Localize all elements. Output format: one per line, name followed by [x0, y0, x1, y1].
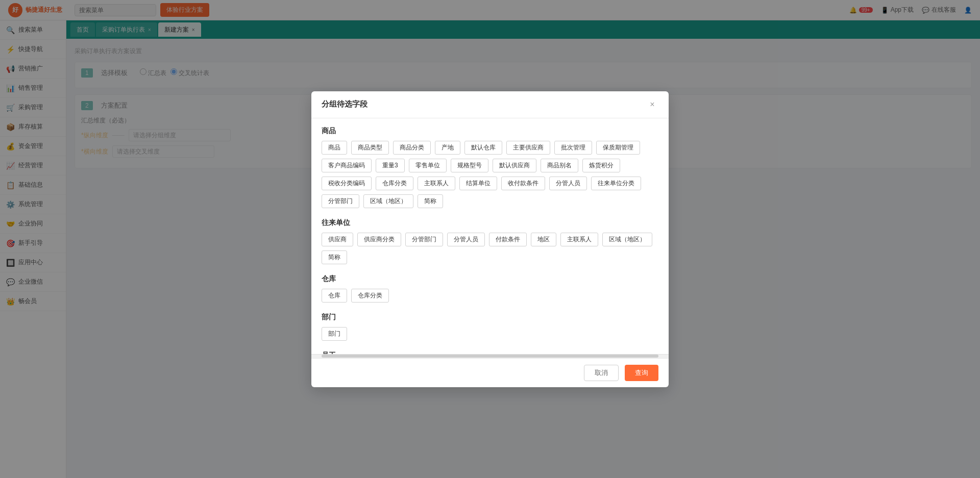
field-area[interactable]: 地区 — [531, 233, 556, 246]
section-department-title: 部门 — [322, 313, 658, 322]
field-tax-code[interactable]: 税收分类编码 — [322, 177, 372, 190]
field-wh-category[interactable]: 仓库分类 — [351, 289, 389, 303]
field-main-supplier[interactable]: 主要供应商 — [506, 141, 550, 155]
section-warehouse-title: 仓库 — [322, 274, 658, 284]
field-supplier[interactable]: 供应商 — [322, 233, 353, 246]
modal-title: 分组待选字段 — [322, 99, 368, 109]
field-default-supplier[interactable]: 默认供应商 — [493, 159, 536, 172]
field-short-name[interactable]: 简称 — [418, 194, 443, 208]
section-warehouse: 仓库 仓库 仓库分类 — [322, 274, 658, 303]
field-goods-alias[interactable]: 商品别名 — [541, 159, 578, 172]
section-contacts-fields: 供应商 供应商分类 分管部门 分管人员 付款条件 地区 主联系人 区域（地区） … — [322, 233, 658, 264]
field-selection-modal: 分组待选字段 × 商品 商品 商品类型 商品分类 产地 默认仓库 主要供应商 批… — [311, 91, 669, 387]
field-main-contact[interactable]: 主联系人 — [418, 177, 455, 190]
field-expiry-management[interactable]: 保质期管理 — [596, 141, 640, 155]
field-warehouse[interactable]: 仓库 — [322, 289, 347, 303]
field-retail-unit[interactable]: 零售单位 — [409, 159, 447, 172]
field-department[interactable]: 部门 — [322, 327, 347, 341]
field-contact-region[interactable]: 区域（地区） — [602, 233, 652, 246]
modal-horizontal-scrollbar[interactable] — [311, 354, 669, 358]
section-goods-title: 商品 — [322, 127, 658, 136]
field-contact-category[interactable]: 往来单位分类 — [591, 177, 641, 190]
section-contacts-title: 往来单位 — [322, 218, 658, 228]
modal-body[interactable]: 商品 商品 商品类型 商品分类 产地 默认仓库 主要供应商 批次管理 保质期管理… — [311, 118, 669, 355]
section-department: 部门 部门 — [322, 313, 658, 341]
field-contact-dept[interactable]: 分管部门 — [405, 233, 443, 246]
field-settlement-unit[interactable]: 结算单位 — [459, 177, 497, 190]
field-supplier-category[interactable]: 供应商分类 — [357, 233, 401, 246]
section-warehouse-fields: 仓库 仓库分类 — [322, 289, 658, 303]
cancel-button[interactable]: 取消 — [584, 365, 619, 381]
section-employee: 员工 业务员 — [322, 351, 658, 355]
field-goods-type[interactable]: 商品类型 — [351, 141, 389, 155]
modal-footer: 取消 查询 — [311, 358, 669, 387]
field-points[interactable]: 炼货积分 — [582, 159, 620, 172]
field-goods-category[interactable]: 商品分类 — [393, 141, 431, 155]
field-dept[interactable]: 分管部门 — [322, 194, 359, 208]
field-batch-management[interactable]: 批次管理 — [554, 141, 592, 155]
field-origin[interactable]: 产地 — [435, 141, 460, 155]
section-goods-fields: 商品 商品类型 商品分类 产地 默认仓库 主要供应商 批次管理 保质期管理 客户… — [322, 141, 658, 208]
field-customer-code[interactable]: 客户商品编码 — [322, 159, 372, 172]
section-employee-title: 员工 — [322, 351, 658, 355]
modal-header: 分组待选字段 × — [311, 91, 669, 118]
field-spec-model[interactable]: 规格型号 — [451, 159, 488, 172]
field-warehouse-category[interactable]: 仓库分类 — [376, 177, 413, 190]
field-payment-condition[interactable]: 付款条件 — [489, 233, 527, 246]
field-weight[interactable]: 重量3 — [376, 159, 405, 172]
field-manager[interactable]: 分管人员 — [549, 177, 587, 190]
modal-close-button[interactable]: × — [646, 98, 658, 111]
field-contact-manager[interactable]: 分管人员 — [447, 233, 485, 246]
field-default-warehouse[interactable]: 默认仓库 — [464, 141, 502, 155]
field-goods[interactable]: 商品 — [322, 141, 347, 155]
section-contacts: 往来单位 供应商 供应商分类 分管部门 分管人员 付款条件 地区 主联系人 区域… — [322, 218, 658, 264]
field-payment-terms[interactable]: 收付款条件 — [501, 177, 545, 190]
confirm-button[interactable]: 查询 — [625, 365, 658, 381]
section-department-fields: 部门 — [322, 327, 658, 341]
field-contact-main[interactable]: 主联系人 — [560, 233, 598, 246]
field-region[interactable]: 区域（地区） — [363, 194, 413, 208]
modal-overlay: 分组待选字段 × 商品 商品 商品类型 商品分类 产地 默认仓库 主要供应商 批… — [0, 0, 980, 478]
field-contact-short[interactable]: 简称 — [322, 250, 347, 264]
section-goods: 商品 商品 商品类型 商品分类 产地 默认仓库 主要供应商 批次管理 保质期管理… — [322, 127, 658, 208]
